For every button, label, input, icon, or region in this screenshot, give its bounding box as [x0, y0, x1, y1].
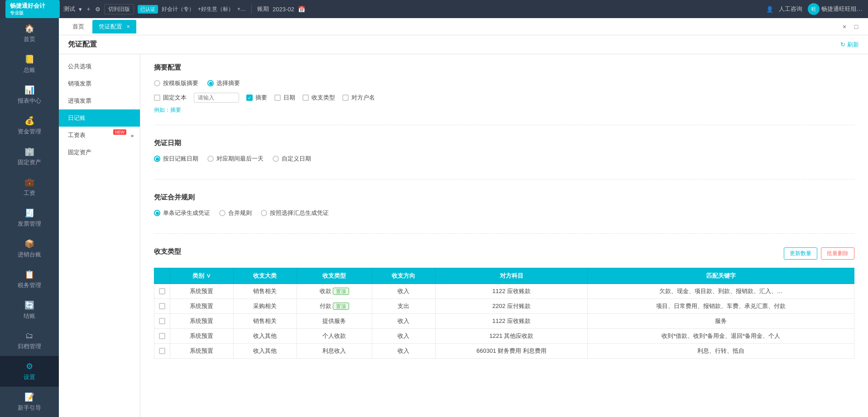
sidebar-item-purchase-sales[interactable]: 📦 进销台账 [0, 233, 59, 264]
left-nav-public[interactable]: 公共选项 [59, 58, 140, 75]
tab-voucher-config[interactable]: 凭证配置 × [92, 20, 136, 33]
topbar-right: 👤 人工咨询 旺 畅捷通旺旺组… [766, 3, 863, 15]
income-expense-title: 收支类型 [154, 247, 181, 256]
radio-select-summary[interactable]: 按照选择汇总生成凭证 [261, 209, 329, 217]
left-nav-purchase-invoice[interactable]: 进项发票 [59, 92, 140, 109]
checkbox-date[interactable]: 日期 [274, 94, 295, 102]
sidebar-item-tax[interactable]: 📋 税务管理 [0, 264, 59, 295]
left-nav-fixed-assets[interactable]: 固定资产 [59, 144, 140, 161]
sidebar-item-archive[interactable]: 🗂 归档管理 [0, 326, 59, 356]
sidebar-label-funds: 资金管理 [18, 128, 41, 136]
user-info[interactable]: 旺 畅捷通旺旺组… [808, 3, 863, 15]
checkbox-payment-type[interactable]: 收支类型 [302, 94, 335, 102]
close-window-button[interactable]: × [840, 22, 849, 31]
cell-account-2: 2202 应付账款 [435, 299, 588, 314]
radio-journal-date[interactable]: 按日记账日期 [154, 155, 198, 163]
row-checkbox-5[interactable] [159, 348, 165, 354]
sidebar-item-reports[interactable]: 📊 报表中心 [0, 80, 59, 110]
sidebar-label-ledger: 总账 [24, 66, 35, 74]
row-checkbox-1[interactable] [159, 288, 165, 294]
row-checkbox-4[interactable] [159, 333, 165, 339]
summary-radio-group: 按模板版摘要 选择摘要 [154, 79, 854, 87]
tab-close-icon[interactable]: × [127, 24, 130, 30]
radio-circle-merge [219, 210, 225, 216]
maximize-window-button[interactable]: □ [852, 22, 861, 31]
cell-category-1: 系统预置 [170, 284, 234, 299]
left-nav-sales-invoice[interactable]: 销项发票 [59, 75, 140, 92]
checkbox-fixed-text[interactable]: 固定文本 [154, 94, 187, 102]
chevron-down-icon[interactable]: ▾ [79, 6, 82, 13]
example-text: 例如：摘要 [154, 106, 854, 114]
gear-icon[interactable]: ⚙ [95, 6, 101, 13]
th-type: 收支类型 [297, 268, 372, 284]
table-row: 系统预置 销售相关 提供服务 收入 1122 应收账款 服务 [154, 314, 854, 329]
refresh-button[interactable]: ↻ 刷新 [840, 41, 859, 49]
fixed-text-input[interactable] [194, 93, 239, 103]
merge-rules-section: 凭证合并规则 单条记录生成凭证 合并规则 按照选择汇总生成凭证 [154, 193, 854, 234]
switch-version-button[interactable]: 切到旧版 [104, 4, 134, 14]
tag3: +… [237, 6, 246, 12]
merge-rules-title: 凭证合并规则 [154, 193, 854, 202]
refresh-icon: ↻ [840, 41, 845, 48]
top-tag-2[interactable]: 置顶 [333, 303, 349, 310]
batch-delete-button[interactable]: 批量删除 [821, 247, 854, 260]
assets-icon: 🏢 [24, 147, 34, 156]
radio-custom-date[interactable]: 自定义日期 [273, 155, 311, 163]
calendar-icon[interactable]: 📅 [298, 6, 305, 13]
tab-home[interactable]: 首页 [66, 20, 91, 33]
sidebar-label-assets: 固定资产 [18, 158, 41, 166]
sidebar-item-home[interactable]: 🏠 首页 [0, 18, 59, 49]
checkbox-box-date [274, 95, 281, 101]
radio-template[interactable]: 按模板版摘要 [154, 79, 198, 87]
left-nav-payroll[interactable]: 工资表 NEW ▸ [59, 127, 140, 144]
main-layout: 🏠 首页 📒 总账 📊 报表中心 💰 资金管理 🏢 固定资产 💼 工资 🧾 发票… [0, 18, 868, 417]
table-row: 系统预置 收入其他 个人收款 收入 1221 其他应收款 收到*借款、收到*备用… [154, 329, 854, 344]
voucher-date-title: 凭证日期 [154, 139, 854, 147]
cell-main-type-4: 收入其他 [233, 329, 297, 344]
radio-merge[interactable]: 合并规则 [219, 209, 252, 217]
cell-direction-2: 支出 [372, 299, 435, 314]
window-controls: × □ [840, 22, 861, 31]
voucher-date-radio-group: 按日记账日期 对应期间最后一天 自定义日期 [154, 155, 854, 163]
sidebar-item-salary[interactable]: 💼 工资 [0, 172, 59, 203]
sidebar-item-funds[interactable]: 💰 资金管理 [0, 110, 59, 141]
update-quantity-button[interactable]: 更新数量 [784, 247, 817, 260]
radio-period-last[interactable]: 对应期间最后一天 [207, 155, 264, 163]
cell-category-4: 系统预置 [170, 329, 234, 344]
merge-rules-radio-group: 单条记录生成凭证 合并规则 按照选择汇总生成凭证 [154, 209, 854, 217]
radio-single[interactable]: 单条记录生成凭证 [154, 209, 210, 217]
select-all-checkbox[interactable] [159, 273, 165, 279]
sidebar-item-invoice[interactable]: 🧾 发票管理 [0, 203, 59, 233]
sidebar-label-archive: 归档管理 [18, 342, 41, 351]
sidebar-label-settings: 设置 [24, 373, 35, 381]
left-nav-journal[interactable]: 日记账 [59, 109, 140, 127]
cell-main-type-3: 销售相关 [233, 314, 297, 329]
app-logo: 畅捷通好会计 专业版 [5, 0, 60, 18]
test-label: 测试 [63, 5, 75, 13]
cell-category-3: 系统预置 [170, 314, 234, 329]
sidebar-label-tax: 税务管理 [18, 281, 41, 289]
row-checkbox-2[interactable] [159, 303, 165, 309]
table-actions: 更新数量 批量删除 [784, 247, 854, 260]
right-config-panel: 摘要配置 按模板版摘要 选择摘要 [140, 54, 868, 417]
cell-direction-1: 收入 [372, 284, 435, 299]
radio-circle-select [207, 80, 214, 86]
checkbox-counterpart[interactable]: 对方户名 [342, 94, 375, 102]
radio-circle-select-summary [261, 210, 267, 216]
checkbox-summary[interactable]: ✓ 摘要 [246, 94, 267, 102]
sidebar-item-general-ledger[interactable]: 📒 总账 [0, 49, 59, 80]
add-icon[interactable]: ＋ [86, 5, 91, 13]
radio-select[interactable]: 选择摘要 [207, 79, 240, 87]
cell-type-3: 提供服务 [297, 314, 372, 329]
top-tag-1[interactable]: 置顶 [333, 288, 349, 295]
cell-account-3: 1122 应收账款 [435, 314, 588, 329]
sidebar-item-settings[interactable]: ⚙ 设置 [0, 356, 59, 387]
logo-subtitle: 专业版 [10, 10, 45, 16]
sidebar-item-settlement[interactable]: 🔄 结账 [0, 295, 59, 326]
sidebar-item-fixed-assets[interactable]: 🏢 固定资产 [0, 141, 59, 172]
row-checkbox-3[interactable] [159, 318, 165, 324]
sidebar-item-guide[interactable]: 📝 新手引导 [0, 387, 59, 417]
cell-main-type-2: 采购相关 [233, 299, 297, 314]
consult-label[interactable]: 人工咨询 [779, 5, 802, 13]
summary-config-title: 摘要配置 [154, 63, 854, 72]
